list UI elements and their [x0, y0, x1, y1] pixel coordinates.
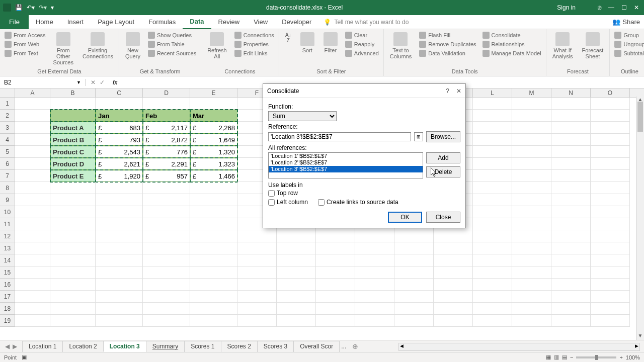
cell[interactable] — [355, 315, 394, 327]
chevron-down-icon[interactable]: ▼ — [76, 80, 81, 85]
col-header[interactable]: A — [15, 88, 50, 97]
cell[interactable] — [316, 279, 355, 291]
cell[interactable] — [143, 279, 190, 291]
cell[interactable] — [434, 303, 473, 315]
cell[interactable] — [277, 254, 316, 266]
filter-button[interactable]: Filter — [320, 31, 341, 57]
cell[interactable] — [355, 303, 394, 315]
cell[interactable] — [591, 303, 630, 315]
cell[interactable] — [96, 254, 143, 266]
cell[interactable] — [591, 98, 630, 110]
cell[interactable] — [473, 170, 512, 182]
from-other-sources-button[interactable]: From Other Sources — [50, 31, 76, 66]
cell[interactable] — [316, 254, 355, 266]
cell[interactable] — [591, 230, 630, 242]
show-queries-button[interactable]: Show Queries — [146, 31, 198, 39]
cell[interactable] — [591, 194, 630, 206]
cell[interactable] — [551, 158, 591, 170]
cell[interactable] — [316, 230, 355, 242]
close-icon[interactable]: ✕ — [456, 87, 461, 95]
cell[interactable] — [237, 230, 277, 242]
scrollbar-thumb[interactable] — [637, 102, 643, 132]
cell[interactable] — [473, 218, 512, 230]
tab-review[interactable]: Review — [211, 15, 247, 29]
row-header[interactable]: 3 — [0, 122, 15, 134]
row-header[interactable]: 9 — [0, 194, 15, 206]
row-header[interactable]: 17 — [0, 291, 15, 303]
group-button[interactable]: Group — [613, 31, 644, 39]
flash-fill-button[interactable]: Flash Fill — [418, 31, 477, 39]
cell[interactable] — [277, 279, 316, 291]
cell[interactable] — [512, 266, 551, 279]
cell[interactable] — [591, 254, 630, 266]
cell[interactable] — [551, 194, 591, 206]
share-button[interactable]: 👥 Share — [612, 18, 640, 26]
zoom-level[interactable]: 100% — [626, 354, 640, 360]
cell[interactable] — [237, 242, 277, 254]
cell[interactable] — [512, 158, 551, 170]
cell[interactable] — [96, 242, 143, 254]
row-header[interactable]: 2 — [0, 110, 15, 122]
cell[interactable] — [355, 279, 394, 291]
cell[interactable] — [50, 279, 96, 291]
consolidate-button[interactable]: Consolidate — [481, 31, 543, 39]
cell[interactable] — [277, 291, 316, 303]
cell[interactable] — [190, 315, 237, 327]
cell[interactable] — [591, 170, 630, 182]
cell[interactable] — [237, 303, 277, 315]
cell[interactable] — [143, 206, 190, 218]
cell[interactable] — [143, 218, 190, 230]
cell[interactable] — [473, 303, 512, 315]
cell[interactable] — [591, 158, 630, 170]
cell[interactable] — [551, 182, 591, 194]
cell[interactable] — [143, 230, 190, 242]
cell[interactable] — [50, 291, 96, 303]
tab-view[interactable]: View — [247, 15, 275, 29]
cell[interactable] — [143, 242, 190, 254]
cell[interactable] — [394, 242, 434, 254]
text-to-columns-button[interactable]: Text to Columns — [387, 31, 415, 60]
cell[interactable]: £2,117 — [143, 122, 190, 134]
sheet-tab[interactable]: Scores 1 — [184, 341, 221, 352]
forecast-sheet-button[interactable]: Forecast Sheet — [579, 31, 607, 60]
name-box[interactable]: B2 ▼ — [0, 79, 86, 86]
cell[interactable] — [551, 242, 591, 254]
cell[interactable] — [473, 242, 512, 254]
page-break-view-icon[interactable]: ▤ — [562, 354, 567, 360]
col-header[interactable]: L — [473, 88, 512, 97]
sheet-tab[interactable]: Scores 3 — [257, 341, 294, 352]
top-row-checkbox[interactable] — [268, 190, 275, 197]
cell[interactable] — [50, 254, 96, 266]
cell[interactable] — [551, 110, 591, 122]
row-header[interactable]: 12 — [0, 230, 15, 242]
cell[interactable] — [15, 122, 50, 134]
col-header[interactable]: M — [512, 88, 551, 97]
cell[interactable] — [394, 266, 434, 279]
sheet-tab[interactable]: Location 2 — [62, 341, 103, 352]
cell[interactable] — [190, 242, 237, 254]
col-header[interactable]: N — [551, 88, 591, 97]
cell[interactable] — [591, 182, 630, 194]
cell[interactable]: £793 — [96, 134, 143, 146]
sheet-nav-prev-icon[interactable]: ◀ — [5, 343, 10, 350]
row-header[interactable]: 13 — [0, 242, 15, 254]
cell[interactable] — [15, 110, 50, 122]
cell[interactable]: £1,920 — [96, 170, 143, 182]
cell[interactable] — [473, 146, 512, 158]
cell[interactable] — [143, 303, 190, 315]
cell[interactable] — [551, 134, 591, 146]
maximize-icon[interactable]: ☐ — [621, 4, 627, 11]
cell[interactable] — [551, 98, 591, 110]
cell[interactable] — [591, 134, 630, 146]
subtotal-button[interactable]: Subtotal — [613, 49, 644, 57]
cell[interactable] — [316, 291, 355, 303]
row-header[interactable]: 6 — [0, 158, 15, 170]
row-header[interactable]: 15 — [0, 266, 15, 279]
recent-sources-button[interactable]: Recent Sources — [146, 49, 198, 57]
cell[interactable] — [551, 254, 591, 266]
from-text-button[interactable]: From Text — [3, 49, 47, 57]
cell[interactable] — [355, 266, 394, 279]
cell[interactable] — [15, 230, 50, 242]
cell[interactable] — [15, 146, 50, 158]
refresh-all-button[interactable]: Refresh All — [204, 31, 230, 60]
